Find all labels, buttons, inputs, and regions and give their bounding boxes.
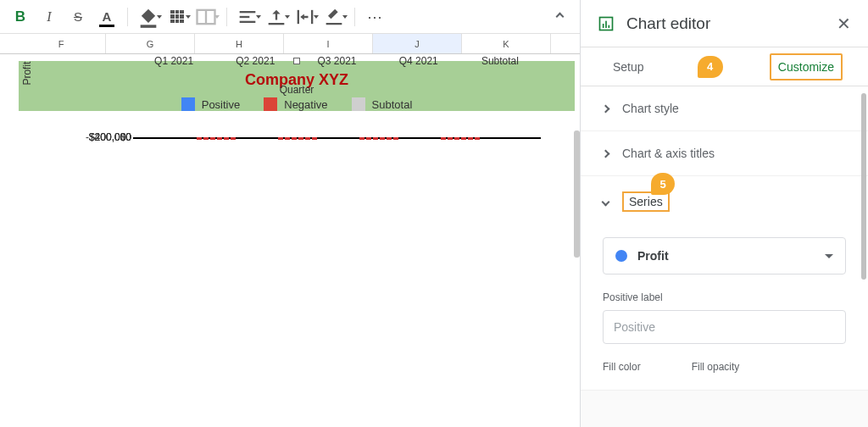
- legend-label: Positive: [202, 98, 241, 111]
- column-header[interactable]: H: [195, 34, 284, 53]
- x-tick: Q1 2021: [133, 55, 214, 67]
- fill-color-button[interactable]: [136, 5, 160, 29]
- legend-label: Negative: [284, 98, 327, 111]
- annotation-callout-4: 4: [698, 56, 723, 78]
- more-toolbar-button[interactable]: ⋯: [364, 5, 387, 29]
- chevron-down-icon: [602, 197, 610, 206]
- formatting-toolbar: B I S A ⋯: [0, 0, 580, 34]
- text-color-button[interactable]: A: [95, 5, 119, 29]
- vertical-align-button[interactable]: [264, 5, 288, 29]
- strikethrough-button[interactable]: S: [66, 5, 90, 29]
- divider: [127, 8, 128, 26]
- positive-label-input[interactable]: [603, 310, 846, 344]
- section-header-chart-axis-titles[interactable]: Chart & axis titles: [581, 131, 868, 175]
- series-controls: Profit Positive label Fill color Fill op…: [581, 237, 868, 390]
- column-header[interactable]: I: [284, 34, 373, 53]
- x-tick: Q2 2021: [214, 55, 296, 67]
- legend-label: Subtotal: [372, 98, 413, 111]
- legend-swatch-positive: [181, 97, 195, 111]
- collapse-toolbar-button[interactable]: [548, 5, 571, 29]
- connector: [197, 137, 236, 140]
- tab-customize[interactable]: Customize: [770, 53, 843, 80]
- connector: [278, 137, 317, 140]
- chart-editor-sidebar: Chart editor ✕ Setup 4 Customize Chart s…: [580, 0, 868, 427]
- annotation-callout-5: 5: [651, 173, 675, 195]
- section-header-chart-style[interactable]: Chart style: [581, 86, 868, 130]
- svg-rect-0: [141, 25, 157, 28]
- series-select-value: Profit: [637, 249, 669, 263]
- column-header[interactable]: J: [373, 34, 462, 53]
- section-title: Chart & axis titles: [622, 147, 715, 160]
- chart-legend: Positive Negative Subtotal: [19, 97, 575, 111]
- y-axis-label: Profit: [21, 61, 33, 85]
- section-title: 5 Series: [622, 191, 670, 212]
- section-chart-style: Chart style: [581, 86, 868, 131]
- chart-icon: [598, 15, 615, 32]
- series-color-dot: [615, 250, 627, 262]
- column-headers-row: F G H I J K: [0, 34, 580, 54]
- x-tick: Subtotal: [459, 55, 541, 67]
- close-icon[interactable]: ✕: [837, 14, 851, 34]
- svg-rect-12: [609, 25, 610, 27]
- section-header-series[interactable]: 5 Series: [581, 186, 868, 227]
- sidebar-tabs: Setup 4 Customize: [581, 47, 868, 86]
- positive-label-caption: Positive label: [603, 291, 846, 303]
- tab-setup[interactable]: Setup: [606, 55, 651, 79]
- horizontal-align-button[interactable]: [236, 5, 259, 29]
- scrollbar-thumb[interactable]: [574, 130, 580, 258]
- text-wrapping-button[interactable]: [293, 5, 317, 29]
- section-chart-axis-titles: Chart & axis titles: [581, 131, 868, 176]
- x-tick: Q4 2021: [378, 55, 459, 67]
- y-tick: -$200,000: [86, 131, 131, 143]
- x-tick: Q3 2021: [296, 55, 377, 67]
- divider: [354, 8, 355, 26]
- series-select[interactable]: Profit: [603, 237, 846, 274]
- sidebar-title: Chart editor: [626, 14, 825, 33]
- sidebar-body: Chart style Chart & axis titles 5 Series: [581, 86, 868, 427]
- svg-rect-10: [603, 24, 604, 28]
- chevron-right-icon: [602, 104, 610, 113]
- text-rotation-button[interactable]: [322, 5, 346, 29]
- legend-swatch-subtotal: [352, 97, 365, 111]
- fill-opacity-label: Fill opacity: [692, 361, 740, 373]
- svg-rect-11: [605, 20, 607, 27]
- column-header[interactable]: F: [17, 34, 106, 53]
- connector: [441, 137, 480, 140]
- divider: [226, 8, 227, 26]
- column-header[interactable]: G: [106, 34, 195, 53]
- column-header[interactable]: K: [462, 34, 551, 53]
- embedded-chart[interactable]: Company XYZ Positive Negative Subtotal P…: [19, 61, 575, 111]
- section-series: 5 Series Profit Positive label Fill colo…: [581, 176, 868, 391]
- italic-button[interactable]: I: [37, 5, 61, 29]
- borders-button[interactable]: [165, 5, 189, 29]
- caret-down-icon: [825, 254, 833, 258]
- x-axis: Q1 2021 Q2 2021 Q3 2021 Q4 2021 Subtotal: [133, 55, 541, 67]
- x-axis-label: Quarter: [19, 84, 575, 96]
- scrollbar-thumb[interactable]: [861, 93, 866, 280]
- chevron-right-icon: [602, 149, 610, 158]
- sidebar-header: Chart editor ✕: [581, 0, 868, 47]
- bold-button[interactable]: B: [8, 5, 32, 29]
- legend-swatch-negative: [264, 97, 277, 111]
- merge-cells-button[interactable]: [194, 5, 218, 29]
- connector: [359, 137, 398, 140]
- section-title: Chart style: [622, 102, 679, 115]
- fill-color-label: Fill color: [603, 361, 641, 373]
